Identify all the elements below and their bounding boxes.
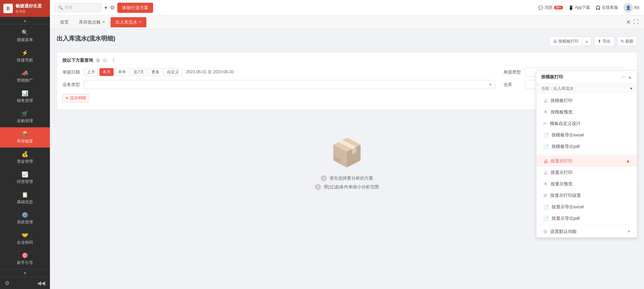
empty-step-1-text: 请先选择要分析的方案 <box>329 175 373 181</box>
topbar-left: 🔍 搜索 ▾ ⚙ 体验行业方案 <box>55 3 153 13</box>
topbar: 🔍 搜索 ▾ ⚙ 体验行业方案 💬 消息 99+ 📱 App下载 🎧 在线客服 <box>50 0 644 16</box>
sidebar: B 畅捷通好生意 标准版 ▲ 🔍搜索菜单⚡快捷导航📣营销推广📊销售管理🛒采购管理… <box>0 0 50 289</box>
date-btn-更多[interactable]: 更多 <box>148 68 163 76</box>
message-icon: 💬 <box>538 5 543 10</box>
topbar-settings-icon[interactable]: ⚙ <box>110 4 115 11</box>
dropdown-item-display-print-settings[interactable]: ⚙按显示打印设置 <box>536 190 637 201</box>
sidebar-icon-marketing: 📣 <box>22 70 28 76</box>
filter-settings-icon[interactable]: ⊙ <box>103 57 107 63</box>
export-btn[interactable]: ⬆ 导出 <box>594 36 614 46</box>
type-label: 单据类型 <box>503 69 522 75</box>
message-btn[interactable]: 💬 消息 99+ <box>538 5 563 10</box>
collapse-sidebar-btn[interactable]: ◀◀ <box>37 280 45 286</box>
tab-batch-close-icon[interactable]: ✕ <box>102 20 105 24</box>
dropdown-item-template-customize[interactable]: ✏模板自定义设计 <box>536 118 637 129</box>
tag-icon: ⚙ <box>65 96 68 100</box>
filter-collapse-icon[interactable]: 《 <box>110 57 115 63</box>
dropdown-current-text: 当前：出入库流水 <box>541 86 574 91</box>
print-main-btn[interactable]: 🖨 按模板打印 <box>550 37 582 46</box>
date-buttons: 上月本月本年近7天更多自定义 <box>84 68 182 76</box>
user-avatar: 👤 <box>623 3 633 12</box>
app-download-btn[interactable]: 📱 App下载 <box>568 5 590 10</box>
filter-add-icon[interactable]: ⊕ <box>96 57 100 63</box>
user-avatar-area[interactable]: 👤 Rit <box>623 3 639 12</box>
dropdown-item-display-preview[interactable]: 👁按显示预览 <box>536 178 637 190</box>
empty-icon: 📦 <box>330 137 364 168</box>
biz-type-select[interactable]: ▾ <box>84 80 495 89</box>
date-btn-近7天[interactable]: 近7天 <box>130 68 147 76</box>
sidebar-item-purchase[interactable]: 🛒采购管理 <box>0 107 50 127</box>
dropdown-item-display-export-excel[interactable]: 📄按显示导出excel <box>536 201 637 213</box>
print-dropdown-arrow[interactable]: ▲ <box>582 37 591 45</box>
window-close-icon[interactable]: ✕ <box>626 19 631 25</box>
print-btn-group: 🖨 按模板打印 ▲ <box>549 36 591 46</box>
tab-batch-account[interactable]: 库存批次账 ✕ <box>74 17 110 27</box>
sidebar-item-finance[interactable]: 💰资金管理 <box>0 148 50 168</box>
sidebar-icon-quick-nav: ⚡ <box>22 50 28 56</box>
dropdown-item-display-export-pdf[interactable]: 📄按显示导出pdf <box>536 213 637 224</box>
trial-btn[interactable]: 体验行业方案 <box>117 3 153 13</box>
tab-home[interactable]: 首页 <box>55 17 74 27</box>
sidebar-item-system[interactable]: ⚙️系统管理 <box>0 208 50 229</box>
sidebar-item-basic[interactable]: 📋基础信息 <box>0 188 50 208</box>
template-section: 🖨按模板打印👁按模板预览✏模板自定义设计📄按模板导出excel📄按模板导出pdf <box>536 94 637 154</box>
sidebar-label-basic: 基础信息 <box>17 199 33 205</box>
biz-type-label: 业务类型 <box>62 82 81 88</box>
refresh-label: 刷新 <box>625 38 634 44</box>
icon-display-export-pdf: 📄 <box>543 216 549 221</box>
empty-step-1: 1 请先选择要分析的方案 <box>321 175 373 181</box>
date-btn-本月[interactable]: 本月 <box>99 68 114 76</box>
sidebar-label-purchase: 采购管理 <box>17 118 33 124</box>
settings-footer-icon[interactable]: ⚙ <box>5 280 9 286</box>
settings-arrow-icon: ▾ <box>628 229 630 234</box>
tab-home-label: 首页 <box>60 19 69 25</box>
sidebar-nav: 🔍搜索菜单⚡快捷导航📣营销推广📊销售管理🛒采购管理📦库存核算💰资金管理📈经营管理… <box>0 25 50 269</box>
settings-default-btn[interactable]: ⚙ 设置默认功能 ▾ <box>536 226 637 237</box>
tab-flow[interactable]: 出入库流水 ✕ <box>111 17 146 27</box>
icon-display-preview: 👁 <box>543 181 548 187</box>
dropdown-current-arrow: ▾ <box>630 86 632 91</box>
date-btn-本年[interactable]: 本年 <box>115 68 129 76</box>
phone-icon: 📱 <box>568 5 574 10</box>
sidebar-item-search[interactable]: 🔍搜索菜单 <box>0 26 50 46</box>
topbar-right: 💬 消息 99+ 📱 App下载 🎧 在线客服 👤 Rit <box>538 3 639 12</box>
icon-template-customize: ✏ <box>543 121 547 126</box>
online-service-btn[interactable]: 🎧 在线客服 <box>595 5 618 10</box>
tab-flow-close-icon[interactable]: ✕ <box>139 20 142 24</box>
window-expand-icon[interactable]: ⛶ <box>633 19 639 25</box>
sidebar-item-guide[interactable]: 🎯新手引导 <box>0 249 50 269</box>
empty-step-2: 2 用[过滤]条件来缩小分析范围 <box>315 184 379 190</box>
tab-flow-label: 出入库流水 <box>115 19 137 25</box>
dropdown-item-template-export-excel[interactable]: 📄按模板导出excel <box>536 129 637 141</box>
label-template-export-pdf: 按模板导出pdf <box>552 143 580 150</box>
sidebar-item-cooperation[interactable]: 🤝企业协同 <box>0 229 50 249</box>
topbar-chevron-icon[interactable]: ▾ <box>105 4 107 11</box>
print-icon: 🖨 <box>553 39 557 44</box>
scroll-up-arrow[interactable]: ▲ <box>23 18 27 23</box>
label-display-export-excel: 按显示导出excel <box>552 204 584 210</box>
sidebar-icon-cooperation: 🤝 <box>22 232 28 238</box>
dropdown-item-template-print[interactable]: 🖨按模板打印 <box>536 95 637 106</box>
sidebar-item-quick-nav[interactable]: ⚡快捷导航 <box>0 46 50 67</box>
dropdown-more-icon[interactable]: ··· <box>621 74 625 80</box>
date-btn-自定义[interactable]: 自定义 <box>164 68 182 76</box>
dropdown-separator-2 <box>536 225 637 225</box>
topbar-search-box[interactable]: 🔍 搜索 <box>55 3 102 12</box>
dropdown-item-display-print[interactable]: 🖨按显示打印 <box>536 167 637 178</box>
sidebar-label-quick-nav: 快捷导航 <box>17 57 33 63</box>
sidebar-label-operations: 经营管理 <box>17 179 33 185</box>
refresh-btn[interactable]: ↻ 刷新 <box>617 36 637 46</box>
icon-template-export-excel: 📄 <box>543 132 549 138</box>
dropdown-display-section-header[interactable]: 🖨 按显示打印 ▲ <box>536 155 637 167</box>
sidebar-item-marketing[interactable]: 📣营销推广 <box>0 67 50 87</box>
sidebar-item-sales[interactable]: 📊销售管理 <box>0 87 50 107</box>
icon-template-export-pdf: 📄 <box>543 144 549 149</box>
scroll-down-arrow[interactable]: ▼ <box>23 271 27 275</box>
dropdown-item-template-preview[interactable]: 👁按模板预览 <box>536 106 637 118</box>
dropdown-item-template-export-pdf[interactable]: 📄按模板导出pdf <box>536 141 637 152</box>
sidebar-item-operations[interactable]: 📈经营管理 <box>0 168 50 188</box>
dropdown-close-icon[interactable]: ▲ <box>627 74 632 80</box>
sidebar-item-inventory[interactable]: 📦库存核算 <box>0 127 50 148</box>
date-btn-上月[interactable]: 上月 <box>84 68 98 76</box>
print-label: 按模板打印 <box>558 38 579 44</box>
